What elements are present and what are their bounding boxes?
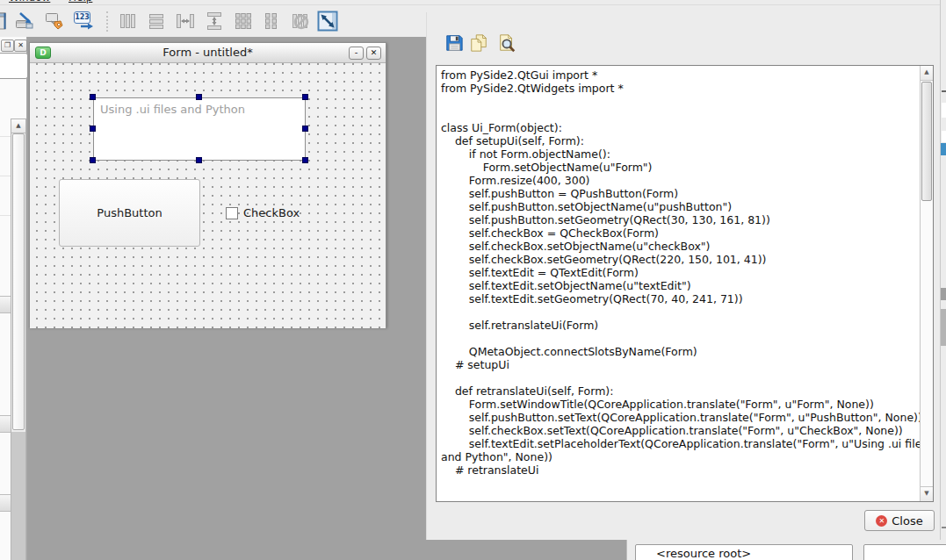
save-icon <box>444 33 464 53</box>
checkbox-widget[interactable]: CheckBox <box>226 206 300 219</box>
right-dock-strip <box>940 0 946 540</box>
layout-vertical-splitter-icon <box>204 11 225 32</box>
form-canvas[interactable]: Using .ui files and Python PushButton Ch… <box>30 63 386 328</box>
widget-box-scrollbar[interactable]: ▲ <box>11 118 26 560</box>
clipped-text-mark <box>942 527 946 528</box>
edit-signals-slots-button[interactable] <box>12 8 37 34</box>
break-layout-icon <box>290 11 311 32</box>
close-button-label: Close <box>892 514 922 528</box>
selection-handle-right[interactable] <box>302 126 308 132</box>
scroll-up-arrow-icon[interactable]: ▲ <box>11 119 25 133</box>
layout-horizontal-splitter-icon <box>175 11 196 32</box>
clipped-scroll-mark <box>941 288 946 300</box>
code-scrollbar[interactable]: ▲ ▼ <box>920 66 933 501</box>
widget-filter-input[interactable] <box>0 53 28 79</box>
layout-form-icon <box>262 11 283 32</box>
scrollbar-track[interactable] <box>11 432 25 560</box>
layout-horizontal-icon <box>117 11 138 32</box>
selection-handle-bottom-left[interactable] <box>90 157 96 163</box>
clipped-selected-row <box>941 143 946 155</box>
resource-root-item[interactable]: <resource root> <box>635 544 853 560</box>
layout-vertical-splitter-button <box>202 8 227 34</box>
form-title: Form - untitled* <box>30 46 386 59</box>
edit-buddies-button[interactable] <box>42 8 67 34</box>
pushbutton-label: PushButton <box>97 206 162 219</box>
form-titlebar[interactable]: D Form - untitled* - ✕ <box>30 43 386 63</box>
adjust-size-button[interactable] <box>315 8 340 34</box>
selection-handle-top-left[interactable] <box>90 94 96 100</box>
menu-item-window[interactable]: Window <box>9 0 50 4</box>
scrollbar-thumb[interactable] <box>12 133 25 430</box>
selection-handle-bottom-right[interactable] <box>302 157 308 163</box>
copy-button[interactable] <box>467 32 490 54</box>
toolbar-separator <box>106 11 108 32</box>
menu-item-help[interactable]: Help <box>69 0 92 4</box>
form-window: D Form - untitled* - ✕ Using .ui files a… <box>29 42 386 327</box>
adjust-size-icon <box>316 10 339 32</box>
form-minimize-button[interactable]: - <box>349 47 364 60</box>
close-button[interactable]: ✕ Close <box>864 510 935 531</box>
dock-close-button[interactable]: ✕ <box>14 39 27 52</box>
list-divider <box>0 136 11 137</box>
layout-grid-button <box>231 8 256 34</box>
widget-box-panel: ❐ ✕ ▲ <box>0 37 27 560</box>
edit-widgets-button[interactable] <box>0 8 10 34</box>
form-close-button[interactable]: ✕ <box>366 47 381 60</box>
selection-handle-left[interactable] <box>90 126 96 132</box>
edit-signals-slots-icon <box>14 11 35 32</box>
layout-grid-icon <box>233 11 254 32</box>
resource-panel: <resource root> <box>626 540 946 560</box>
qt-designer-window: Window Help <box>0 0 946 560</box>
dock-float-button[interactable]: ❐ <box>1 39 14 52</box>
clipped-scroll-mark <box>941 309 946 346</box>
textedit-placeholder: Using .ui files and Python <box>94 98 305 120</box>
textedit-widget[interactable]: Using .ui files and Python <box>93 97 306 161</box>
selection-handle-bottom-middle[interactable] <box>196 157 202 163</box>
pushbutton-widget[interactable]: PushButton <box>59 179 200 247</box>
edit-widgets-icon <box>0 11 8 32</box>
clipped-row <box>942 131 946 142</box>
resource-empty-item[interactable] <box>863 544 946 560</box>
list-divider <box>0 215 11 216</box>
clipped-row <box>942 103 946 118</box>
close-icon: ✕ <box>876 515 887 527</box>
scroll-down-button[interactable]: ▼ <box>921 486 933 501</box>
selection-handle-top-middle[interactable] <box>196 94 202 100</box>
find-icon <box>497 33 516 53</box>
clipped-text-mark <box>942 90 946 92</box>
scrollbar-thumb[interactable] <box>921 82 932 201</box>
layout-form-button <box>260 8 285 34</box>
checkbox-label: CheckBox <box>243 206 300 219</box>
layout-vertical-icon <box>146 11 167 32</box>
code-view[interactable]: from PySide2.QtGui import * from PySide2… <box>436 65 934 502</box>
edit-tab-order-button[interactable]: 123 <box>72 8 97 34</box>
layout-horizontal-button <box>115 8 140 34</box>
code-preview-dialog: from PySide2.QtGui import * from PySide2… <box>426 12 940 540</box>
copy-icon <box>469 33 488 53</box>
break-layout-button <box>288 8 313 34</box>
checkbox-indicator[interactable] <box>226 207 238 219</box>
find-button[interactable] <box>495 32 518 54</box>
code-text: from PySide2.QtGui import * from PySide2… <box>441 68 920 477</box>
layout-horizontal-splitter-button <box>173 8 198 34</box>
layout-vertical-button <box>144 8 169 34</box>
list-divider <box>0 176 11 176</box>
edit-tab-order-icon: 123 <box>74 11 95 32</box>
save-button[interactable] <box>443 32 466 54</box>
scroll-up-button[interactable]: ▲ <box>921 66 933 81</box>
edit-buddies-icon <box>44 11 65 32</box>
selection-handle-top-right[interactable] <box>302 94 308 100</box>
